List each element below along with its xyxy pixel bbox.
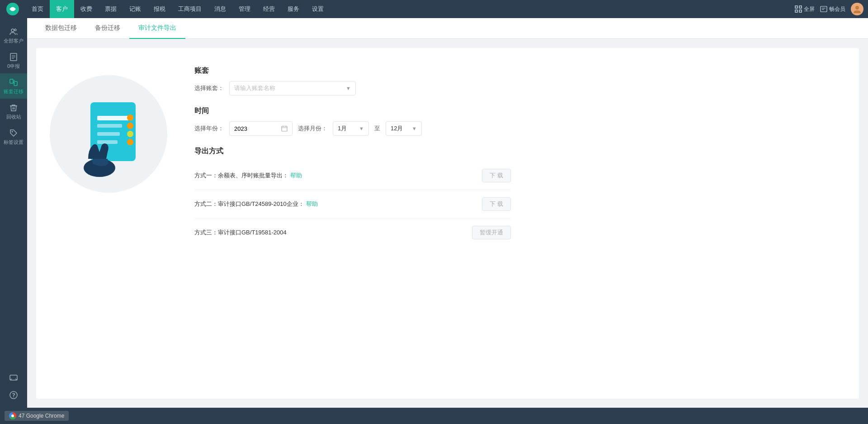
account-section: 账套 选择账套： 请输入账套名称 ▼ [194, 66, 511, 95]
nav-settings[interactable]: 设置 [306, 0, 330, 18]
tab-audit-export[interactable]: 审计文件导出 [129, 18, 185, 39]
export-method-3-button[interactable]: 暂缓开通 [472, 226, 511, 239]
nav-business[interactable]: 工商项目 [172, 0, 208, 18]
nav-operations[interactable]: 经营 [257, 0, 281, 18]
tab-data-migration[interactable]: 数据包迁移 [36, 18, 86, 39]
user-avatar[interactable] [851, 3, 863, 15]
export-method-2-help[interactable]: 帮助 [306, 200, 318, 207]
nav-fees[interactable]: 收费 [74, 0, 99, 18]
year-input[interactable]: 2023 [229, 121, 292, 136]
export-section: 导出方式 方式一：余额表、序时账批量导出：帮助 下 载 方式二 [194, 147, 511, 247]
fullscreen-button[interactable]: 全屏 [795, 5, 815, 13]
top-nav-right: 全屏 畅会员 [795, 3, 863, 15]
month-label: 选择月份： [298, 124, 327, 133]
export-method-1: 方式一：余额表、序时账批量导出：帮助 下 载 [194, 162, 511, 190]
chrome-icon [9, 412, 16, 419]
svg-rect-6 [821, 6, 827, 12]
time-section: 时间 选择年份： 2023 选择月份： 1月 [194, 106, 511, 136]
svg-point-25 [127, 139, 133, 145]
sidebar-item-tags[interactable]: 标签设置 [0, 124, 27, 149]
svg-rect-5 [799, 10, 802, 12]
svg-point-1 [11, 7, 14, 11]
calendar-icon [281, 125, 288, 132]
nav-services[interactable]: 服务 [281, 0, 306, 18]
svg-point-7 [855, 6, 859, 10]
svg-point-16 [13, 396, 14, 397]
nav-tax[interactable]: 报税 [147, 0, 172, 18]
nav-invoices[interactable]: 票据 [99, 0, 123, 18]
sidebar: 全部客户 0申报 账套迁移 回收站 [0, 18, 27, 408]
sidebar-item-trash[interactable]: 回收站 [0, 99, 27, 124]
svg-rect-2 [795, 6, 797, 8]
sidebar-item-help[interactable] [0, 386, 27, 403]
taskbar: 47 Google Chrome [0, 408, 868, 424]
end-month-chevron: ▼ [412, 126, 417, 131]
nav-customers[interactable]: 客户 [50, 0, 74, 18]
account-select-row: 选择账套： 请输入账套名称 ▼ [194, 81, 511, 95]
sidebar-item-all-customers[interactable]: 全部客户 [0, 23, 27, 48]
export-methods: 方式一：余额表、序时账批量导出：帮助 下 载 方式二：审计接口GB/T24589… [194, 162, 511, 247]
export-method-3: 方式三：审计接口GB/T19581-2004 暂缓开通 [194, 219, 511, 247]
svg-point-8 [11, 29, 14, 32]
start-month-chevron: ▼ [359, 126, 364, 131]
svg-point-23 [127, 123, 133, 129]
time-title: 时间 [194, 106, 511, 116]
form-area: 账套 选择账套： 请输入账套名称 ▼ 时间 选择年份： [194, 62, 511, 385]
illustration-area [50, 62, 167, 385]
end-month-value: 12月 [391, 124, 403, 133]
sidebar-label-declaration: 0申报 [7, 63, 20, 70]
main-layout: 全部客户 0申报 账套迁移 回收站 [0, 18, 868, 408]
export-method-1-button[interactable]: 下 载 [482, 169, 511, 182]
svg-point-24 [127, 131, 133, 137]
export-method-1-label: 方式一：余额表、序时账批量导出：帮助 [194, 172, 302, 180]
top-navigation: 首页 客户 收费 票据 记账 报税 工商项目 消息 管理 经营 服务 设置 全屏 [0, 0, 868, 18]
member-label: 畅会员 [829, 5, 845, 13]
nav-home[interactable]: 首页 [25, 0, 50, 18]
sidebar-label-all-customers: 全部客户 [4, 38, 24, 44]
year-label: 选择年份： [194, 124, 224, 133]
taskbar-chrome[interactable]: 47 Google Chrome [5, 411, 69, 421]
svg-point-22 [127, 114, 133, 121]
time-separator: 至 [374, 124, 380, 133]
sidebar-item-message[interactable] [0, 369, 27, 386]
export-method-2-label: 方式二：审计接口GB/T24589-2010企业：帮助 [194, 200, 318, 208]
export-method-3-label: 方式三：审计接口GB/T19581-2004 [194, 229, 287, 237]
sidebar-label-trash: 回收站 [6, 114, 21, 120]
sidebar-bottom [0, 369, 27, 403]
account-select[interactable]: 请输入账套名称 ▼ [229, 81, 356, 95]
app-logo[interactable] [5, 1, 21, 17]
sidebar-label-migrate: 账套迁移 [4, 88, 24, 95]
svg-point-9 [14, 29, 16, 31]
taskbar-chrome-label: 47 Google Chrome [19, 413, 64, 419]
svg-point-13 [12, 131, 13, 133]
svg-rect-11 [10, 79, 13, 83]
time-row: 选择年份： 2023 选择月份： 1月 ▼ [194, 121, 511, 136]
svg-rect-20 [97, 132, 120, 136]
start-month-select[interactable]: 1月 ▼ [333, 121, 369, 136]
member-button[interactable]: 畅会员 [820, 5, 845, 13]
svg-rect-21 [97, 140, 118, 144]
tab-backup-migration[interactable]: 备份迁移 [86, 18, 129, 39]
sidebar-item-migrate[interactable]: 账套迁移 [0, 73, 27, 99]
sidebar-item-declaration[interactable]: 0申报 [0, 48, 27, 73]
account-select-chevron: ▼ [346, 86, 351, 91]
nav-accounting[interactable]: 记账 [123, 0, 147, 18]
sidebar-label-tags: 标签设置 [4, 139, 24, 146]
nav-messages[interactable]: 消息 [208, 0, 232, 18]
account-title: 账套 [194, 66, 511, 76]
svg-rect-18 [97, 116, 129, 120]
nav-management[interactable]: 管理 [232, 0, 257, 18]
page-content: 账套 选择账套： 请输入账套名称 ▼ 时间 选择年份： [36, 48, 859, 399]
export-method-2: 方式二：审计接口GB/T24589-2010企业：帮助 下 载 [194, 190, 511, 219]
export-method-2-button[interactable]: 下 载 [482, 197, 511, 211]
fullscreen-label: 全屏 [804, 5, 815, 13]
svg-rect-4 [795, 10, 797, 12]
audit-illustration [68, 89, 149, 179]
year-value: 2023 [234, 125, 247, 132]
start-month-value: 1月 [338, 124, 347, 133]
svg-rect-3 [799, 6, 802, 8]
export-method-1-help[interactable]: 帮助 [290, 172, 302, 179]
svg-rect-27 [282, 126, 287, 131]
account-select-label: 选择账套： [194, 84, 224, 92]
end-month-select[interactable]: 12月 ▼ [386, 121, 422, 136]
